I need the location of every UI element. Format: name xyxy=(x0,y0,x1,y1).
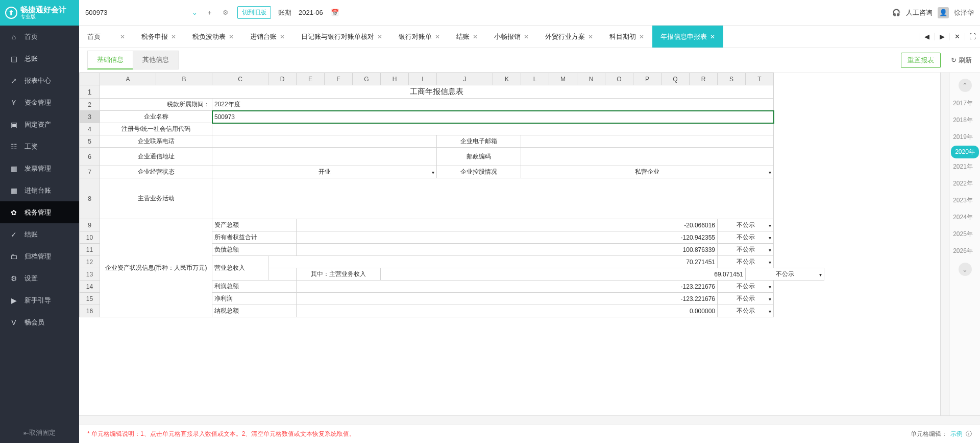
company-select[interactable]: 500973 ⌄ xyxy=(85,9,198,16)
row-header[interactable]: 13 xyxy=(80,268,100,281)
pin-toggle[interactable]: ⇤ 取消固定 xyxy=(0,423,79,443)
calendar-icon[interactable]: 📅 xyxy=(330,8,339,17)
nav-item[interactable]: ✓结账 xyxy=(0,223,79,245)
gear-icon[interactable]: ⚙ xyxy=(221,8,230,17)
col-header[interactable]: I xyxy=(409,73,437,85)
row-header[interactable]: 14 xyxy=(80,281,100,293)
col-header[interactable]: J xyxy=(437,73,493,85)
year-item[interactable]: 2023年 xyxy=(951,192,979,209)
close-icon[interactable]: ✕ xyxy=(524,33,529,40)
tab[interactable]: 税务申报✕ xyxy=(133,26,184,48)
tab[interactable]: 税负波动表✕ xyxy=(184,26,242,48)
example-link[interactable]: 示例 xyxy=(950,430,963,438)
consult-link[interactable]: 人工咨询 xyxy=(906,8,933,17)
col-header[interactable]: B xyxy=(156,73,212,85)
tab-close-all[interactable]: ✕ xyxy=(949,33,965,40)
nav-item[interactable]: ⌂首页 xyxy=(0,26,79,48)
help-icon[interactable]: ⓘ xyxy=(966,430,972,438)
col-header[interactable]: H xyxy=(381,73,409,85)
old-version-button[interactable]: 切到旧版 xyxy=(237,6,271,19)
col-header[interactable]: R xyxy=(690,73,718,85)
row-header[interactable]: 15 xyxy=(80,293,100,305)
close-icon[interactable]: ✕ xyxy=(120,33,125,40)
year-down[interactable]: ⌄ xyxy=(959,263,972,276)
close-icon[interactable]: ✕ xyxy=(229,33,234,40)
year-item[interactable]: 2024年 xyxy=(951,209,979,226)
col-header[interactable]: L xyxy=(521,73,549,85)
row-header[interactable]: 10 xyxy=(80,231,100,244)
tab[interactable]: 年报信息申报表✕ xyxy=(652,26,723,48)
col-header[interactable]: N xyxy=(577,73,605,85)
col-header[interactable]: M xyxy=(549,73,577,85)
row-header[interactable]: 8 xyxy=(80,178,100,219)
row-header[interactable]: 7 xyxy=(80,166,100,178)
row-header[interactable]: 1 xyxy=(80,85,100,99)
tab[interactable]: 小畅报销✕ xyxy=(486,26,537,48)
subtab-other[interactable]: 其他信息 xyxy=(133,51,179,69)
nav-item[interactable]: ¥资金管理 xyxy=(0,91,79,113)
col-header[interactable]: G xyxy=(353,73,381,85)
spreadsheet[interactable]: ABCDEFGHIJKLMNOPQRST 1 工商年报信息表 2 税款所属期间：… xyxy=(79,73,940,415)
year-item[interactable]: 2020年 xyxy=(951,146,979,158)
nav-item[interactable]: ▥发票管理 xyxy=(0,157,79,179)
add-icon[interactable]: ＋ xyxy=(205,8,214,17)
year-item[interactable]: 2019年 xyxy=(951,129,979,146)
tab-scroll-right[interactable]: ▶ xyxy=(934,33,949,40)
row-header[interactable]: 12 xyxy=(80,256,100,268)
nav-item[interactable]: ▦进销台账 xyxy=(0,179,79,201)
nav-item[interactable]: ▣固定资产 xyxy=(0,113,79,135)
year-up[interactable]: ⌃ xyxy=(959,79,972,92)
close-icon[interactable]: ✕ xyxy=(435,33,440,40)
nav-item[interactable]: ⤢报表中心 xyxy=(0,69,79,91)
tab[interactable]: 银行对账单✕ xyxy=(390,26,448,48)
year-item[interactable]: 2021年 xyxy=(951,158,979,175)
nav-item[interactable]: ✿税务管理 xyxy=(0,201,79,223)
vertical-scrollbar[interactable] xyxy=(940,73,949,415)
close-icon[interactable]: ✕ xyxy=(710,33,715,40)
row-header[interactable]: 4 xyxy=(80,123,100,135)
period-value[interactable]: 2021-06 xyxy=(299,9,323,16)
nav-item[interactable]: ☷工资 xyxy=(0,135,79,157)
col-header[interactable]: C xyxy=(212,73,268,85)
horizontal-scrollbar[interactable] xyxy=(79,415,980,425)
user-name[interactable]: 徐泽华 xyxy=(954,8,974,17)
fullscreen-icon[interactable]: ⛶ xyxy=(965,33,980,40)
col-header[interactable]: A xyxy=(100,73,156,85)
row-header[interactable]: 11 xyxy=(80,244,100,256)
nav-item[interactable]: ▤总账 xyxy=(0,48,79,69)
avatar[interactable]: 👤 xyxy=(938,7,949,18)
nav-item[interactable]: ⚙设置 xyxy=(0,267,79,289)
tab[interactable]: 进销台账✕ xyxy=(242,26,293,48)
refresh-button[interactable]: ↻ 刷新 xyxy=(951,56,972,65)
nav-item[interactable]: V畅会员 xyxy=(0,311,79,333)
subtab-basic[interactable]: 基础信息 xyxy=(87,51,133,69)
year-item[interactable]: 2022年 xyxy=(951,175,979,192)
nav-item[interactable]: ▶新手引导 xyxy=(0,289,79,311)
close-icon[interactable]: ✕ xyxy=(377,33,382,40)
row-header[interactable]: 9 xyxy=(80,219,100,231)
tab-scroll-left[interactable]: ◀ xyxy=(919,33,934,40)
col-header[interactable]: E xyxy=(297,73,325,85)
col-header[interactable]: D xyxy=(268,73,297,85)
col-header[interactable]: T xyxy=(746,73,774,85)
col-header[interactable]: K xyxy=(493,73,521,85)
year-item[interactable]: 2026年 xyxy=(951,243,979,260)
col-header[interactable]: P xyxy=(633,73,662,85)
col-header[interactable]: F xyxy=(325,73,353,85)
year-item[interactable]: 2025年 xyxy=(951,226,979,243)
close-icon[interactable]: ✕ xyxy=(473,33,478,40)
tab[interactable]: ✕ xyxy=(109,26,133,48)
close-icon[interactable]: ✕ xyxy=(280,33,285,40)
close-icon[interactable]: ✕ xyxy=(588,33,593,40)
company-name-cell[interactable]: 500973 xyxy=(212,111,774,123)
year-item[interactable]: 2018年 xyxy=(951,112,979,129)
sheet-corner[interactable] xyxy=(80,73,100,85)
tab[interactable]: 科目期初✕ xyxy=(601,26,652,48)
col-header[interactable]: Q xyxy=(662,73,690,85)
regenerate-button[interactable]: 重置报表 xyxy=(901,53,941,68)
tab[interactable]: 结账✕ xyxy=(448,26,486,48)
tab[interactable]: 首页 xyxy=(79,26,109,48)
col-header[interactable]: S xyxy=(718,73,746,85)
tab[interactable]: 日记账与银行对账单核对✕ xyxy=(293,26,390,48)
row-header[interactable]: 2 xyxy=(80,99,100,111)
